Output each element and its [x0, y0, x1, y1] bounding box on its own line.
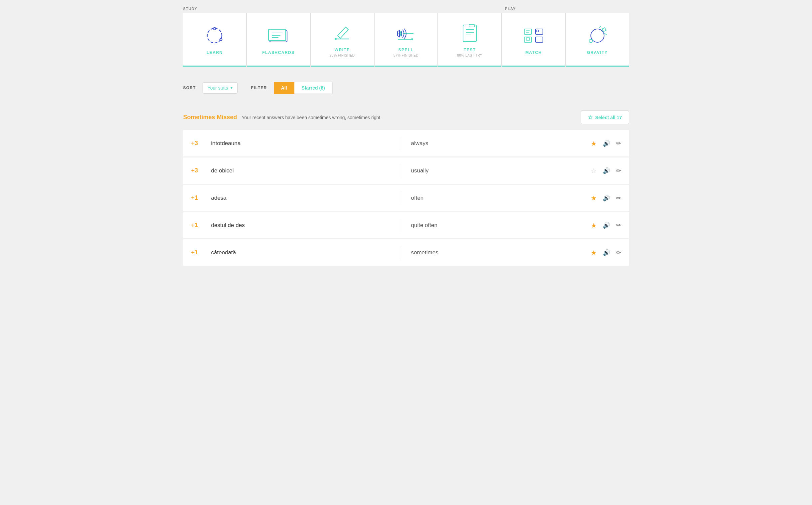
vocab-definition: usually — [411, 167, 591, 174]
vocab-definition: often — [411, 195, 591, 201]
select-all-label: Select all 17 — [595, 115, 622, 120]
vocab-actions: ★ 🔊 ✏ — [591, 249, 621, 257]
star-button[interactable]: ★ — [591, 194, 597, 202]
test-subtitle: 80% LAST TRY — [457, 53, 482, 57]
spell-icon — [396, 23, 416, 43]
filter-starred-button[interactable]: Starred (8) — [294, 82, 333, 94]
filter-buttons: All Starred (8) — [274, 82, 333, 94]
edit-button[interactable]: ✏ — [616, 167, 621, 174]
flashcards-title: FLASHCARDS — [262, 50, 295, 55]
svg-point-9 — [335, 38, 337, 40]
test-icon — [460, 23, 480, 43]
test-card[interactable]: TEST 80% LAST TRY — [438, 13, 501, 66]
play-label: PLAY — [505, 7, 516, 11]
vocab-term: de obicei — [208, 167, 391, 174]
vocab-row: +1 destul de des quite often ★ 🔊 ✏ — [183, 212, 629, 239]
star-button[interactable]: ★ — [591, 140, 597, 148]
vocab-row: +1 câteodată sometimes ★ 🔊 ✏ — [183, 239, 629, 266]
vocab-score: +1 — [191, 194, 208, 201]
vocab-score: +3 — [191, 167, 208, 174]
svg-rect-16 — [463, 25, 476, 42]
gravity-card[interactable]: GRAVITY — [566, 13, 629, 66]
vocab-row: +3 de obicei usually ☆ 🔊 ✏ — [183, 157, 629, 184]
sort-dropdown[interactable]: Your stats ▾ — [203, 82, 238, 94]
edit-button[interactable]: ✏ — [616, 222, 621, 229]
vocab-divider — [401, 164, 401, 177]
vocab-actions: ★ 🔊 ✏ — [591, 221, 621, 229]
sort-label: SORT — [183, 86, 196, 90]
learn-title: LEARN — [207, 50, 223, 55]
svg-point-2 — [220, 38, 222, 41]
sort-filter-bar: SORT Your stats ▾ FILTER All Starred (8) — [183, 76, 629, 99]
gravity-title: GRAVITY — [587, 50, 608, 55]
star-button[interactable]: ☆ — [591, 167, 597, 175]
vocab-divider — [401, 219, 401, 232]
vocab-term: destul de des — [208, 222, 391, 229]
match-icon — [524, 26, 544, 46]
sound-button[interactable]: 🔊 — [603, 249, 610, 256]
spell-title: SPELL — [398, 48, 414, 52]
section-title-group: Sometimes Missed Your recent answers hav… — [183, 114, 382, 121]
edit-button[interactable]: ✏ — [616, 249, 621, 256]
svg-point-14 — [411, 38, 413, 40]
vocab-definition: sometimes — [411, 249, 591, 256]
vocab-score: +1 — [191, 222, 208, 229]
svg-point-28 — [537, 30, 539, 32]
svg-point-30 — [589, 39, 592, 43]
vocab-actions: ★ 🔊 ✏ — [591, 140, 621, 148]
svg-rect-27 — [526, 38, 530, 40]
star-outline-icon: ☆ — [588, 114, 592, 121]
write-title: WRITE — [335, 48, 350, 52]
chevron-down-icon: ▾ — [231, 86, 233, 90]
star-button[interactable]: ★ — [591, 221, 597, 229]
write-subtitle: 23% FINISHED — [330, 53, 355, 57]
sort-dropdown-value: Your stats — [208, 85, 228, 91]
select-all-button[interactable]: ☆ Select all 17 — [581, 111, 629, 124]
star-button[interactable]: ★ — [591, 249, 597, 257]
vocab-row: +3 intotdeauna always ★ 🔊 ✏ — [183, 130, 629, 157]
vocab-term: adesa — [208, 195, 391, 201]
section-title: Sometimes Missed — [183, 114, 237, 121]
learn-card[interactable]: LEARN — [183, 13, 247, 66]
match-title: MATCH — [525, 50, 542, 55]
spell-card[interactable]: SPELL 57% FINISHED — [374, 13, 438, 66]
learn-icon — [205, 26, 225, 46]
vocab-row: +1 adesa often ★ 🔊 ✏ — [183, 185, 629, 211]
modes-section: STUDY PLAY LEARN — [183, 7, 629, 66]
vocab-term: intotdeauna — [208, 140, 391, 147]
sound-button[interactable]: 🔊 — [603, 222, 610, 229]
vocab-term: câteodată — [208, 249, 391, 256]
write-icon — [332, 23, 352, 43]
section-description: Your recent answers have been sometimes … — [242, 115, 381, 120]
section-header: Sometimes Missed Your recent answers hav… — [183, 106, 629, 129]
edit-button[interactable]: ✏ — [616, 140, 621, 147]
flashcards-card[interactable]: FLASHCARDS — [247, 13, 310, 66]
vocab-actions: ★ 🔊 ✏ — [591, 194, 621, 202]
svg-point-29 — [591, 29, 604, 42]
vocab-score: +1 — [191, 249, 208, 256]
edit-button[interactable]: ✏ — [616, 194, 621, 202]
gravity-icon — [587, 26, 607, 46]
sound-button[interactable]: 🔊 — [603, 140, 610, 147]
sound-button[interactable]: 🔊 — [603, 194, 610, 202]
svg-rect-21 — [524, 29, 532, 34]
vocab-definition: quite often — [411, 222, 591, 229]
match-card[interactable]: MATCH — [502, 13, 565, 66]
study-label: STUDY — [183, 7, 198, 11]
modes-labels: STUDY PLAY — [183, 7, 629, 13]
vocab-score: +3 — [191, 140, 208, 147]
svg-rect-24 — [536, 37, 543, 42]
vocab-divider — [401, 246, 401, 259]
vocab-divider — [401, 191, 401, 205]
vocab-list: +3 intotdeauna always ★ 🔊 ✏ +3 de obicei… — [183, 130, 629, 266]
filter-label: FILTER — [251, 86, 267, 90]
mode-cards: LEARN FLASHCARDS — [183, 13, 629, 66]
test-title: TEST — [464, 48, 476, 52]
flashcards-icon — [268, 26, 288, 46]
vocab-actions: ☆ 🔊 ✏ — [591, 167, 621, 175]
vocab-definition: always — [411, 140, 591, 147]
filter-all-button[interactable]: All — [274, 82, 294, 94]
write-card[interactable]: WRITE 23% FINISHED — [311, 13, 374, 66]
sound-button[interactable]: 🔊 — [603, 167, 610, 174]
svg-rect-20 — [469, 24, 474, 27]
